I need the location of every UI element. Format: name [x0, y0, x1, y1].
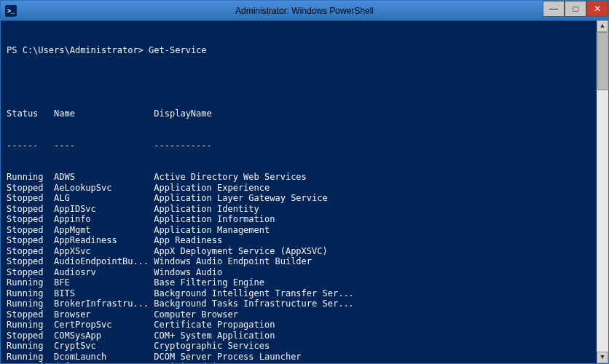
powershell-icon: >_: [5, 5, 17, 17]
service-row: Stopped Browser Computer Browser: [7, 309, 602, 320]
vertical-scrollbar[interactable]: ▲ ▼: [597, 20, 608, 363]
powershell-window: >_ Administrator: Windows PowerShell — □…: [0, 0, 609, 364]
service-row: Stopped defragsvc Optimize drives: [7, 362, 602, 363]
scroll-track[interactable]: [597, 32, 608, 352]
title-bar[interactable]: >_ Administrator: Windows PowerShell — □…: [1, 1, 608, 21]
service-row: Running BFE Base Filtering Engine: [7, 277, 602, 288]
maximize-button[interactable]: □: [565, 1, 586, 17]
scroll-up-button[interactable]: ▲: [597, 20, 608, 32]
service-row: Stopped AppMgmt Application Management: [7, 225, 602, 236]
window-controls: — □ ✕: [543, 1, 608, 17]
service-row: Running ADWS Active Directory Web Servic…: [7, 172, 602, 183]
prompt-line: PS C:\Users\Administrator> Get-Service: [7, 45, 602, 56]
service-row: Stopped Appinfo Application Information: [7, 214, 602, 225]
service-rows: Running ADWS Active Directory Web Servic…: [7, 172, 602, 363]
prompt: PS C:\Users\Administrator>: [7, 45, 149, 55]
service-row: Stopped Audiosrv Windows Audio: [7, 267, 602, 278]
blank-line: [7, 77, 602, 88]
service-row: Running DcomLaunch DCOM Server Process L…: [7, 352, 602, 363]
service-row: Running BITS Background Intelligent Tran…: [7, 288, 602, 299]
service-row: Stopped AppXSvc AppX Deployment Service …: [7, 246, 602, 257]
service-row: Stopped AppIDSvc Application Identity: [7, 204, 602, 215]
window-title: Administrator: Windows PowerShell: [235, 6, 374, 16]
service-row: Stopped AudioEndpointBu... Windows Audio…: [7, 256, 602, 267]
scroll-thumb[interactable]: [597, 32, 608, 90]
service-row: Running CryptSvc Cryptographic Services: [7, 341, 602, 352]
service-row: Stopped COMSysApp COM+ System Applicatio…: [7, 331, 602, 341]
scroll-down-button[interactable]: ▼: [597, 352, 608, 363]
service-row: Stopped AeLookupSvc Application Experien…: [7, 183, 602, 194]
service-row: Stopped AppReadiness App Readiness: [7, 235, 602, 246]
column-headers: Status Name DisplayName: [7, 108, 602, 119]
command-text: Get-Service: [149, 45, 206, 55]
service-row: Stopped ALG Application Layer Gateway Se…: [7, 193, 602, 204]
column-underlines: ------ ---- -----------: [7, 141, 602, 151]
minimize-button[interactable]: —: [543, 1, 565, 17]
service-row: Running CertPropSvc Certificate Propagat…: [7, 320, 602, 331]
service-row: Running BrokerInfrastru... Background Ta…: [7, 298, 602, 309]
console-output[interactable]: PS C:\Users\Administrator> Get-Service S…: [1, 21, 608, 363]
close-button[interactable]: ✕: [586, 1, 608, 17]
